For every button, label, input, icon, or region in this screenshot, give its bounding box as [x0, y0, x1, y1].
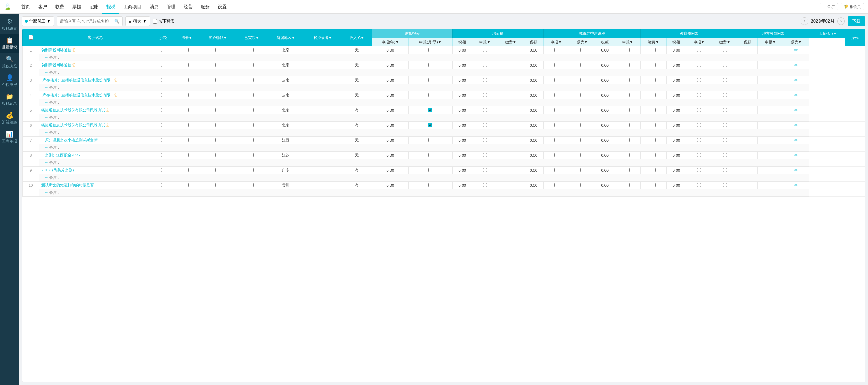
local-pay-cell[interactable] — [712, 76, 738, 84]
paid-cell[interactable] — [236, 46, 267, 54]
edit-icon[interactable]: ✏ — [794, 62, 798, 68]
city-declare-cell[interactable] — [543, 106, 569, 114]
col-sub-monthly[interactable]: 申报(月/季)▼ — [408, 38, 452, 46]
confirm-cell[interactable] — [199, 76, 236, 84]
city-declare-cell[interactable] — [543, 91, 569, 99]
cbi-checkbox-cell[interactable] — [408, 167, 452, 174]
copy-tax-cell[interactable] — [152, 46, 174, 54]
client-name-cell[interactable]: （勿删）江西股金-LSS — [39, 152, 152, 159]
city-pay-cell[interactable] — [569, 137, 595, 144]
edu-pay-cell[interactable] — [641, 137, 667, 144]
local-pay-cell[interactable] — [712, 182, 738, 189]
local-pay-cell[interactable] — [712, 91, 738, 99]
nav-fees[interactable]: 收费 — [51, 0, 68, 14]
paid-cell[interactable] — [236, 61, 267, 69]
edu-pay-cell[interactable] — [641, 122, 667, 129]
sidebar-item-tax-settings[interactable]: ⚙ 报税设置 — [0, 15, 19, 34]
note-pencil-icon[interactable]: ✏ — [45, 115, 48, 119]
col-header-region[interactable]: 所属地区▼ — [267, 29, 304, 46]
col-sub-stamp-pay[interactable]: 缴费▼ — [783, 38, 809, 46]
nav-messages[interactable]: 消息 — [145, 0, 162, 14]
search-input[interactable] — [60, 19, 114, 24]
col-sub-vat-declare[interactable]: 申报▼ — [472, 38, 498, 46]
edu-declare-cell[interactable] — [615, 91, 641, 99]
paid-cell[interactable] — [236, 122, 267, 129]
city-declare-cell[interactable] — [543, 137, 569, 144]
local-pay-cell[interactable] — [712, 61, 738, 69]
download-button[interactable]: 下载 — [848, 16, 865, 26]
nav-operations[interactable]: 经营 — [180, 0, 197, 14]
nav-tax[interactable]: 报税 — [102, 0, 119, 14]
confirm-cell[interactable] — [199, 182, 236, 189]
confirm-cell[interactable] — [199, 91, 236, 99]
nav-bookkeeping[interactable]: 记账 — [85, 0, 102, 14]
edu-declare-cell[interactable] — [615, 76, 641, 84]
operation-cell[interactable]: ✏ — [783, 167, 809, 174]
local-declare-cell[interactable] — [686, 106, 712, 114]
operation-cell[interactable]: ✏ — [783, 76, 809, 84]
edit-icon[interactable]: ✏ — [794, 123, 798, 128]
col-header-confirm[interactable]: 客户确认▼ — [199, 29, 236, 46]
operation-cell[interactable]: ✏ — [783, 106, 809, 114]
client-name-cell[interactable]: 测试斯套的凭证打印的时候是否 — [39, 182, 152, 189]
city-declare-cell[interactable] — [543, 182, 569, 189]
edit-icon[interactable]: ✏ — [794, 168, 798, 173]
cbi-checkbox-cell[interactable] — [408, 106, 452, 114]
filter-button[interactable]: ⊟ 筛选 ▼ — [125, 16, 150, 26]
operation-cell[interactable]: ✏ — [783, 91, 809, 99]
copy-tax-cell[interactable] — [152, 182, 174, 189]
local-pay-cell[interactable] — [712, 106, 738, 114]
city-pay-cell[interactable] — [569, 152, 595, 159]
cbi-checkbox-cell[interactable] — [408, 91, 452, 99]
col-sub-local-pay[interactable]: 缴费▼ — [712, 38, 738, 46]
edit-icon[interactable]: ✏ — [794, 153, 798, 158]
edu-pay-cell[interactable] — [641, 152, 667, 159]
note-pencil-icon[interactable]: ✏ — [45, 55, 48, 59]
col-sub-edu-declare[interactable]: 申报▼ — [615, 38, 641, 46]
local-pay-cell[interactable] — [712, 46, 738, 54]
clear-card-cell[interactable] — [174, 46, 199, 54]
col-header-income[interactable]: 收入 C▼ — [341, 29, 372, 46]
clear-card-cell[interactable] — [174, 91, 199, 99]
sidebar-item-tax-browse[interactable]: 🔍 报税浏览 — [0, 53, 19, 71]
copy-tax-cell[interactable] — [152, 61, 174, 69]
sidebar-item-settlement[interactable]: 💰 汇算清缴 — [0, 109, 19, 128]
edit-icon[interactable]: ✏ — [794, 77, 798, 83]
clear-card-cell[interactable] — [174, 182, 199, 189]
operation-cell[interactable]: ✏ — [783, 61, 809, 69]
nav-clients[interactable]: 客户 — [34, 0, 51, 14]
fullscreen-button[interactable]: ⛶ 全屏 — [820, 3, 838, 10]
copy-tax-cell[interactable] — [152, 106, 174, 114]
vat-declare-cell[interactable] — [472, 46, 498, 54]
local-pay-cell[interactable] — [712, 152, 738, 159]
note-pencil-icon[interactable]: ✏ — [45, 160, 48, 165]
clear-card-cell[interactable] — [174, 152, 199, 159]
edit-icon[interactable]: ✏ — [794, 108, 798, 113]
client-name-cell[interactable]: (库存核算）直播畅捷通信息技术股份有限...ⓘ — [39, 91, 152, 99]
city-declare-cell[interactable] — [543, 46, 569, 54]
marked-checkbox[interactable] — [153, 19, 157, 24]
prev-month-button[interactable]: ‹ — [801, 17, 808, 25]
copy-tax-cell[interactable] — [152, 122, 174, 129]
confirm-cell[interactable] — [199, 61, 236, 69]
search-box[interactable]: 🔍 — [57, 16, 123, 26]
operation-cell[interactable]: ✏ — [783, 152, 809, 159]
cbi-checkbox-cell[interactable] — [408, 152, 452, 159]
city-declare-cell[interactable] — [543, 152, 569, 159]
note-pencil-icon[interactable]: ✏ — [45, 190, 48, 195]
note-pencil-icon[interactable]: ✏ — [45, 130, 48, 134]
city-pay-cell[interactable] — [569, 106, 595, 114]
edit-icon[interactable]: ✏ — [794, 183, 798, 188]
paid-cell[interactable] — [236, 76, 267, 84]
copy-tax-cell[interactable] — [152, 152, 174, 159]
vat-declare-cell[interactable] — [472, 106, 498, 114]
vat-declare-cell[interactable] — [472, 182, 498, 189]
cbi-checkbox-cell[interactable] — [408, 61, 452, 69]
cbi-checkbox-cell[interactable] — [408, 137, 452, 144]
city-declare-cell[interactable] — [543, 122, 569, 129]
local-pay-cell[interactable] — [712, 137, 738, 144]
col-header-clear-card[interactable]: 清卡▼ — [174, 29, 199, 46]
edu-declare-cell[interactable] — [615, 167, 641, 174]
col-sub-edu-pay[interactable]: 缴费▼ — [641, 38, 667, 46]
nav-management[interactable]: 管理 — [162, 0, 180, 14]
